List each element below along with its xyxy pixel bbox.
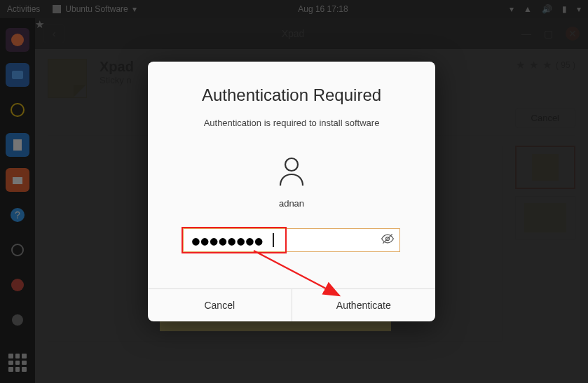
password-input[interactable] — [183, 228, 400, 252]
dialog-authenticate-button[interactable]: Authenticate — [292, 289, 436, 321]
dialog-subtitle: Authentication is required to install so… — [204, 118, 380, 128]
dialog-title: Authentication Required — [202, 85, 381, 105]
svg-point-10 — [285, 158, 298, 171]
text-caret — [273, 233, 274, 247]
username-label: adnan — [279, 198, 304, 209]
user-icon — [275, 153, 308, 190]
toggle-password-visibility-icon[interactable] — [381, 232, 395, 249]
dialog-cancel-button[interactable]: Cancel — [148, 289, 292, 321]
auth-dialog: Authentication Required Authentication i… — [148, 62, 435, 321]
